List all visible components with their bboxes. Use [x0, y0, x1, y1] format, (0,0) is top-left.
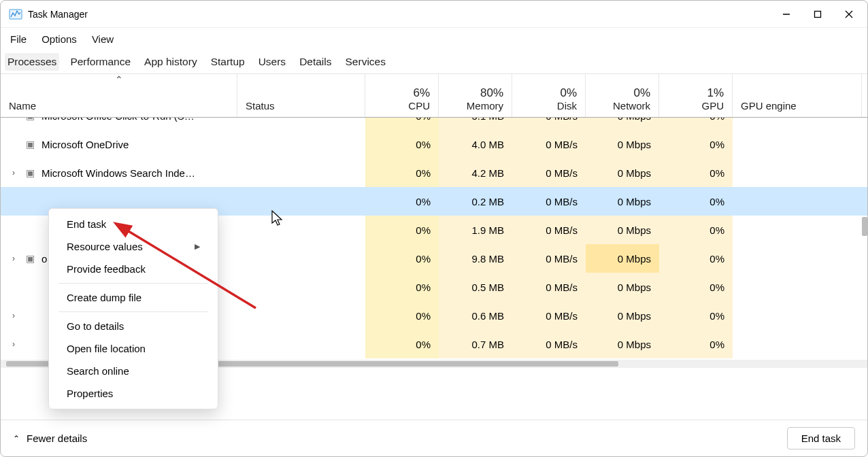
- vertical-scrollbar[interactable]: [862, 135, 867, 392]
- app-icon: [9, 7, 22, 21]
- mem-cell: 4.0 MB: [439, 130, 512, 158]
- cpu-cell: 0%: [365, 273, 439, 301]
- gpu-engine-cell: [733, 187, 862, 216]
- status-cell: [237, 301, 365, 330]
- mem-cell: 1.9 MB: [439, 216, 512, 244]
- mem-cell: 0.7 MB: [439, 330, 512, 358]
- gpu-cell: 0%: [659, 244, 733, 273]
- process-name-cell[interactable]: ›▣Microsoft Windows Search Inde…: [1, 158, 237, 187]
- tab-app-history[interactable]: App history: [141, 53, 200, 71]
- window-title: Task Manager: [28, 9, 88, 20]
- mem-cell: 5.1 MB: [439, 118, 512, 130]
- cpu-cell: 0%: [365, 187, 439, 216]
- ctx-create-dump[interactable]: Create dump file: [49, 286, 218, 309]
- mem-cell: 0.5 MB: [439, 273, 512, 301]
- menu-bar: File Options View: [1, 28, 867, 50]
- gpu-engine-cell: [733, 130, 862, 158]
- col-memory[interactable]: 80% Memory: [439, 74, 512, 117]
- status-cell: [237, 330, 365, 358]
- context-menu: End task Resource values▶ Provide feedba…: [48, 208, 218, 409]
- cpu-cell: 0%: [365, 118, 439, 130]
- ctx-open-location[interactable]: Open file location: [49, 337, 218, 360]
- disk-cell: 0 MB/s: [512, 244, 586, 273]
- menu-file[interactable]: File: [10, 33, 27, 45]
- process-icon: ▣: [24, 252, 36, 265]
- expand-icon[interactable]: ›: [9, 168, 18, 177]
- tab-startup[interactable]: Startup: [208, 53, 248, 71]
- col-network[interactable]: 0% Network: [586, 74, 659, 117]
- mem-cell: 4.2 MB: [439, 158, 512, 187]
- minimize-button[interactable]: [771, 1, 802, 28]
- tab-processes[interactable]: Processes: [5, 53, 59, 71]
- ctx-go-to-details[interactable]: Go to details: [49, 315, 218, 337]
- svg-rect-2: [815, 11, 821, 17]
- net-cell: 0 Mbps: [586, 273, 659, 301]
- tab-details[interactable]: Details: [297, 53, 334, 71]
- expand-icon[interactable]: ›: [9, 254, 18, 263]
- gpu-engine-cell: [733, 118, 862, 130]
- net-cell: 0 Mbps: [586, 244, 659, 273]
- net-cell: 0 Mbps: [586, 216, 659, 244]
- ctx-provide-feedback[interactable]: Provide feedback: [49, 258, 218, 280]
- fewer-details-toggle[interactable]: ⌃ Fewer details: [13, 433, 87, 444]
- status-cell: [237, 118, 365, 130]
- col-name[interactable]: ⌃ Name: [1, 74, 237, 117]
- close-button[interactable]: [833, 1, 865, 28]
- gpu-engine-cell: [733, 244, 862, 273]
- gpu-cell: 0%: [659, 158, 733, 187]
- gpu-cell: 0%: [659, 330, 733, 358]
- ctx-properties[interactable]: Properties: [49, 382, 218, 405]
- col-name-label: Name: [9, 100, 229, 112]
- process-name-cell[interactable]: ▣Microsoft OneDrive: [1, 130, 237, 158]
- process-icon: ▣: [24, 138, 36, 150]
- process-icon: ▣: [24, 167, 36, 179]
- chevron-right-icon: ▶: [195, 242, 200, 251]
- table-row[interactable]: ›▣Microsoft Windows Search Inde…0%4.2 MB…: [1, 158, 867, 187]
- table-row[interactable]: ›▣Microsoft Office Click-to-Run (S…0%5.1…: [1, 118, 867, 130]
- net-cell: 0 Mbps: [586, 118, 659, 130]
- net-cell: 0 Mbps: [586, 187, 659, 216]
- process-name-cell[interactable]: ›▣Microsoft Office Click-to-Run (S…: [1, 118, 237, 130]
- maximize-button[interactable]: [802, 1, 833, 28]
- mem-cell: 0.2 MB: [439, 187, 512, 216]
- expand-icon[interactable]: ›: [9, 339, 18, 349]
- ctx-search-online[interactable]: Search online: [49, 360, 218, 382]
- expand-icon[interactable]: ›: [9, 311, 18, 320]
- cpu-cell: 0%: [365, 216, 439, 244]
- col-cpu[interactable]: 6% CPU: [365, 74, 439, 117]
- col-gpu-engine[interactable]: GPU engine: [733, 74, 862, 117]
- tab-services[interactable]: Services: [343, 53, 388, 71]
- net-cell: 0 Mbps: [586, 330, 659, 358]
- disk-cell: 0 MB/s: [512, 118, 586, 130]
- status-cell: [237, 216, 365, 244]
- disk-cell: 0 MB/s: [512, 158, 586, 187]
- cpu-cell: 0%: [365, 301, 439, 330]
- cpu-cell: 0%: [365, 244, 439, 273]
- expand-icon[interactable]: ›: [9, 118, 18, 120]
- disk-cell: 0 MB/s: [512, 187, 586, 216]
- column-headers: ⌃ Name Status 6% CPU 80% Memory 0% Disk …: [1, 74, 867, 118]
- chevron-up-icon: ⌃: [13, 434, 20, 443]
- ctx-resource-values[interactable]: Resource values▶: [49, 235, 218, 258]
- net-cell: 0 Mbps: [586, 301, 659, 330]
- table-row[interactable]: ▣Microsoft OneDrive0%4.0 MB0 MB/s0 Mbps0…: [1, 130, 867, 158]
- tab-performance[interactable]: Performance: [67, 53, 133, 71]
- status-cell: [237, 187, 365, 216]
- menu-options[interactable]: Options: [41, 33, 77, 45]
- disk-cell: 0 MB/s: [512, 130, 586, 158]
- separator: [59, 283, 208, 284]
- cpu-cell: 0%: [365, 158, 439, 187]
- end-task-button[interactable]: End task: [787, 427, 855, 450]
- col-gpu[interactable]: 1% GPU: [659, 74, 733, 117]
- separator: [59, 311, 208, 312]
- col-disk[interactable]: 0% Disk: [512, 74, 586, 117]
- menu-view[interactable]: View: [92, 33, 114, 45]
- process-name: Microsoft OneDrive: [41, 139, 129, 150]
- ctx-end-task[interactable]: End task: [49, 213, 218, 235]
- tab-users[interactable]: Users: [256, 53, 288, 71]
- gpu-cell: 0%: [659, 130, 733, 158]
- mem-cell: 0.6 MB: [439, 301, 512, 330]
- sort-indicator-icon: ⌃: [115, 74, 123, 85]
- window-controls: [771, 1, 865, 28]
- col-status[interactable]: Status: [237, 74, 365, 117]
